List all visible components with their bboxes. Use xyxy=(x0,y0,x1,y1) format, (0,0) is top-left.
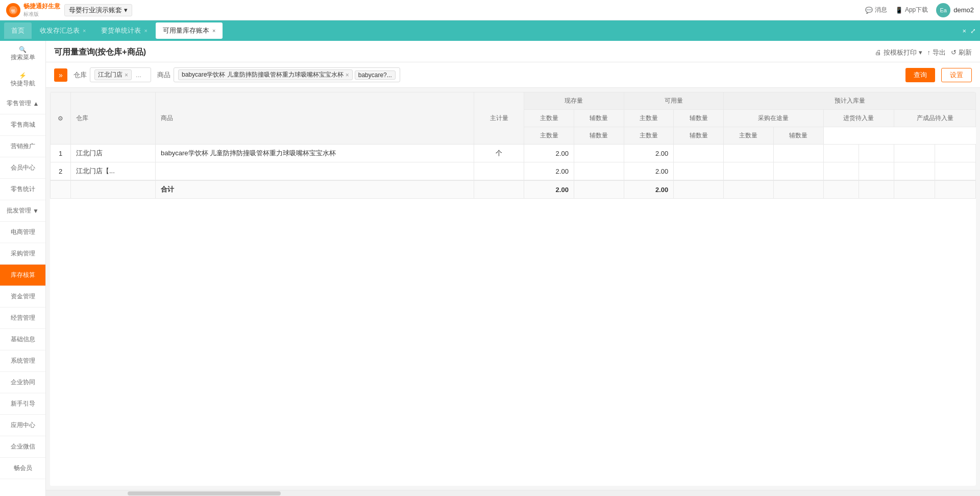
expand-icon: » xyxy=(59,71,63,79)
warehouse-tag-close[interactable]: × xyxy=(125,72,128,79)
row2-pur-pend-aux xyxy=(859,162,894,181)
sidebar-item-basic-info[interactable]: 基础信息 xyxy=(0,329,45,350)
prod-pend-main-header: 主数量 xyxy=(724,127,774,145)
sidebar-item-finance[interactable]: 资金管理 xyxy=(0,286,45,308)
main-layout: 🔍 搜索菜单 ⚡ 快捷导航 零售管理 ▲ 零售商城 营销推广 会员中心 零售统计… xyxy=(0,41,980,496)
footer-pur-pend-aux xyxy=(859,180,894,199)
sidebar-item-guide[interactable]: 新手引导 xyxy=(0,393,45,415)
print-label: 按模板打印 xyxy=(884,48,917,57)
sidebar-item-system[interactable]: 系统管理 xyxy=(0,350,45,372)
data-table: ⚙ 仓库 商品 主计量 现存量 可用量 预计入库量 主数量 辅数量 主数量 辅数… xyxy=(50,92,976,199)
warehouse-tag: 江北门店 × xyxy=(94,69,132,80)
nav-tabs: 首页 收发存汇总表 × 要货单统计表 × 可用量库存账本 × × ⤢ xyxy=(0,20,980,41)
product-tag1-close[interactable]: × xyxy=(346,72,349,79)
row2-seq: 2 xyxy=(51,162,71,181)
row2-warehouse: 江北门店【... xyxy=(71,162,156,181)
arrow-icon: ▲ xyxy=(33,100,39,107)
warehouse-filter: 仓库 江北门店 × ... xyxy=(74,67,151,82)
table-footer-row: 合计 2.00 2.00 xyxy=(51,180,976,199)
footer-label: 合计 xyxy=(156,180,474,199)
wholesale-label: 批发管理 xyxy=(7,206,31,215)
tab-home[interactable]: 首页 xyxy=(4,22,32,39)
message-action[interactable]: 💬 消息 xyxy=(865,6,887,14)
prod-pend-aux-header: 辅数量 xyxy=(773,127,823,145)
content-area: 可用量查询(按仓库+商品) 🖨 按模板打印 ▾ ↑ 导出 ↺ 刷新 xyxy=(46,41,980,496)
tab-available-stock-label: 可用量库存账本 xyxy=(163,26,209,35)
tab-order-stats[interactable]: 要货单统计表 × xyxy=(94,22,154,39)
settings-col-header[interactable]: ⚙ xyxy=(51,92,71,145)
warehouse-dots[interactable]: ... xyxy=(134,71,143,79)
sidebar-item-wholesale[interactable]: 批发管理 ▼ xyxy=(0,200,45,222)
app-icon: 📱 xyxy=(895,7,903,14)
sidebar-search[interactable]: 🔍 搜索菜单 xyxy=(0,41,45,67)
tab-available-stock[interactable]: 可用量库存账本 × xyxy=(156,22,223,39)
tab-receipts-close[interactable]: × xyxy=(83,28,86,34)
row2-avail-main: 2.00 xyxy=(624,162,674,181)
sidebar-item-purchase[interactable]: 采购管理 xyxy=(0,243,45,265)
app-download-label: App下载 xyxy=(905,6,928,14)
product-filter: 商品 babycare学饮杯 儿童防摔防撞吸管杯重力球吸嘴杯宝宝水杯 × bab… xyxy=(157,67,400,82)
member-label: 会员中心 xyxy=(11,164,35,171)
warehouse-label: 仓库 xyxy=(74,70,87,80)
purchase-label: 采购管理 xyxy=(11,250,35,257)
query-button[interactable]: 查询 xyxy=(905,68,935,82)
horizontal-scrollbar[interactable] xyxy=(46,490,980,496)
user-area[interactable]: Ea demo2 xyxy=(936,3,974,17)
row1-pur-pend-main xyxy=(823,145,859,162)
sidebar-item-marketing[interactable]: 营销推广 xyxy=(0,136,45,157)
user-name: demo2 xyxy=(953,6,974,14)
product-tag2-value: babycare?... xyxy=(358,72,392,79)
sidebar-item-retail-shop[interactable]: 零售商城 xyxy=(0,114,45,136)
tab-receipts-label: 收发存汇总表 xyxy=(40,26,80,35)
wholesale-arrow-icon: ▼ xyxy=(33,207,39,215)
sidebar-item-operations[interactable]: 经营管理 xyxy=(0,308,45,329)
top-bar-left: 畅 畅捷通好生意 标准版 母婴行业演示账套 ▾ xyxy=(6,2,132,18)
avatar: Ea xyxy=(936,3,950,17)
store-selector[interactable]: 母婴行业演示账套 ▾ xyxy=(64,4,132,16)
filter-expand-btn[interactable]: » xyxy=(54,68,67,82)
tab-order-stats-close[interactable]: × xyxy=(144,28,147,34)
stock-main-header: 主数量 xyxy=(524,110,574,127)
sidebar-item-app-center[interactable]: 应用中心 xyxy=(0,415,45,436)
sidebar-item-retail-stats[interactable]: 零售统计 xyxy=(0,179,45,200)
sidebar-item-wechat[interactable]: 企业微信 xyxy=(0,436,45,458)
print-btn[interactable]: 🖨 按模板打印 ▾ xyxy=(875,48,922,57)
marketing-label: 营销推广 xyxy=(11,143,35,150)
row1-stock-main: 2.00 xyxy=(524,145,574,162)
product-tag1: babycare学饮杯 儿童防摔防撞吸管杯重力球吸嘴杯宝宝水杯 × xyxy=(178,69,353,80)
refresh-btn[interactable]: ↺ 刷新 xyxy=(951,48,972,57)
sidebar-quick-label: 快捷导航 xyxy=(4,79,41,88)
available-col-header: 可用量 xyxy=(624,92,723,110)
sidebar-item-enterprise[interactable]: 企业协同 xyxy=(0,372,45,393)
scrollbar-thumb[interactable] xyxy=(128,491,281,495)
export-icon: ↑ xyxy=(927,49,931,56)
row2-pur-transit-aux xyxy=(773,162,823,181)
tab-receipts[interactable]: 收发存汇总表 × xyxy=(33,22,93,39)
table-container: ⚙ 仓库 商品 主计量 现存量 可用量 预计入库量 主数量 辅数量 主数量 辅数… xyxy=(50,92,976,486)
export-btn[interactable]: ↑ 导出 xyxy=(927,48,946,57)
quick-nav-icon: ⚡ xyxy=(19,72,27,79)
footer-empty1 xyxy=(51,180,71,199)
sidebar-item-member[interactable]: 会员中心 xyxy=(0,157,45,179)
product-input[interactable]: babycare学饮杯 儿童防摔防撞吸管杯重力球吸嘴杯宝宝水杯 × babyca… xyxy=(174,67,400,82)
row1-seq: 1 xyxy=(51,145,71,162)
svg-text:畅: 畅 xyxy=(11,9,15,13)
app-download-action[interactable]: 📱 App下载 xyxy=(895,6,928,14)
sidebar-item-ecommerce[interactable]: 电商管理 xyxy=(0,222,45,243)
sidebar-item-vip[interactable]: 畅会员 xyxy=(0,458,45,479)
sidebar-item-inventory[interactable]: 库存核算 xyxy=(0,265,45,286)
warehouse-input[interactable]: 江北门店 × ... xyxy=(90,67,151,82)
pur-pend-main-header: 主数量 xyxy=(624,127,674,145)
sidebar-item-retail-mgmt[interactable]: 零售管理 ▲ xyxy=(0,93,45,114)
nav-tab-actions: × ⤢ xyxy=(962,27,976,35)
retail-stats-label: 零售统计 xyxy=(11,185,35,193)
maximize-icon[interactable]: ⤢ xyxy=(970,27,976,35)
tab-available-stock-close[interactable]: × xyxy=(212,28,215,34)
wechat-label: 企业微信 xyxy=(11,443,35,450)
close-all-tabs[interactable]: × xyxy=(962,27,966,35)
guide-label: 新手引导 xyxy=(11,400,35,407)
sidebar-quick-nav[interactable]: ⚡ 快捷导航 xyxy=(0,67,45,93)
setting-button[interactable]: 设置 xyxy=(941,68,972,82)
row2-unit xyxy=(474,162,524,181)
footer-avail-aux xyxy=(674,180,724,199)
